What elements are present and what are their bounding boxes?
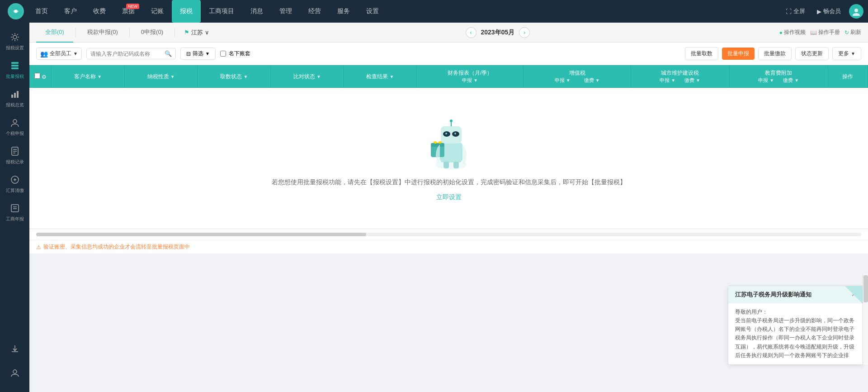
filter-chevron-icon: ▼ bbox=[205, 51, 210, 56]
tab-all[interactable]: 全部(0) bbox=[36, 23, 73, 43]
sidebar: 报税设置 批量报税 报税总览 个税申报 报税记录 汇算清缴 工商年报 bbox=[0, 23, 29, 392]
nav-service[interactable]: 服务 bbox=[329, 0, 358, 23]
refresh-btn[interactable]: ↻ 刷新 bbox=[844, 29, 861, 36]
member-icon: ▶ bbox=[817, 8, 821, 15]
batch-declare-btn[interactable]: 批量申报 bbox=[722, 48, 755, 60]
tab-tax-declare[interactable]: 税款申报(0) bbox=[78, 23, 127, 43]
employee-select[interactable]: 👥 全部员工 ▼ bbox=[36, 48, 82, 60]
nav-settings[interactable]: 设置 bbox=[358, 0, 387, 23]
right-scrollbar-thumb bbox=[863, 275, 868, 302]
search-input-wrapper: 🔍 bbox=[86, 48, 176, 59]
tax-record-icon bbox=[9, 146, 20, 157]
check-result-header: 检查结果 ▼ bbox=[344, 66, 417, 88]
region-selector[interactable]: ⚑ 江苏 ∨ bbox=[177, 29, 216, 37]
operation-header: 操作 bbox=[828, 66, 868, 88]
region-flag-icon: ⚑ bbox=[184, 29, 189, 36]
svg-rect-8 bbox=[14, 93, 16, 98]
city-tax-header: 城市维护建设税申报 ▼缴费 ▼ bbox=[631, 66, 729, 88]
tabs-right-actions: ● 操作视频 📖 操作手册 ↻ 刷新 bbox=[779, 29, 861, 36]
avatar[interactable] bbox=[849, 4, 863, 19]
nav-bookkeeping[interactable]: 记账 bbox=[143, 0, 172, 23]
filter-icon-fetch[interactable]: ▼ bbox=[243, 74, 248, 79]
empty-main-text: 若您想使用批量报税功能，请先在【报税设置】中进行报税的初始化设置，完成密码验证和… bbox=[272, 178, 626, 186]
more-chevron-icon: ▼ bbox=[851, 51, 855, 56]
filter-btn[interactable]: ⊟ 筛选 ▼ bbox=[180, 48, 216, 60]
nav-operations[interactable]: 经营 bbox=[300, 0, 329, 23]
nav-tax[interactable]: 报税 bbox=[172, 0, 201, 23]
sidebar-item-batch-tax[interactable]: 批量报税 bbox=[0, 56, 29, 84]
month-navigation: ‹ 2023年05月 › bbox=[466, 27, 530, 38]
tab-zero-declare[interactable]: 0申报(0) bbox=[132, 23, 172, 43]
employee-icon: 👥 bbox=[40, 50, 48, 57]
nav-billing[interactable]: 收费 bbox=[85, 0, 114, 23]
select-all-checkbox[interactable] bbox=[34, 73, 40, 79]
fullscreen-btn[interactable]: ⛶ 全屏 bbox=[782, 7, 809, 15]
bottom-scrollbar[interactable] bbox=[29, 229, 868, 240]
account-icon bbox=[9, 368, 20, 378]
top-navigation: 首页 客户 收费 票据 NEW 记账 报税 工商项目 消息 管理 经营 服务 设… bbox=[0, 0, 868, 23]
search-icon[interactable]: 🔍 bbox=[165, 50, 172, 57]
more-btn[interactable]: 更多 ▼ bbox=[832, 47, 861, 60]
operation-video-btn[interactable]: ● 操作视频 bbox=[779, 29, 806, 36]
sidebar-item-personal-tax[interactable]: 个税申报 bbox=[0, 113, 29, 141]
svg-rect-30 bbox=[431, 143, 444, 147]
dropdown-chevron-icon: ▼ bbox=[73, 51, 78, 56]
toolbar: 👥 全部员工 ▼ 🔍 ⊟ 筛选 ▼ 名下账套 批量取数 批量申报 批量缴款 状态… bbox=[29, 43, 868, 65]
status-update-btn[interactable]: 状态更新 bbox=[795, 47, 829, 60]
svg-point-2 bbox=[854, 9, 858, 12]
checkbox-column-header: ⚙ bbox=[30, 66, 52, 88]
sidebar-account[interactable] bbox=[0, 363, 29, 383]
next-month-btn[interactable]: › bbox=[519, 27, 530, 38]
batch-fetch-btn[interactable]: 批量取数 bbox=[685, 47, 718, 60]
sidebar-item-settlement[interactable]: 汇算清缴 bbox=[0, 170, 29, 198]
robot-illustration bbox=[422, 115, 476, 169]
filter-icon-nature[interactable]: ▼ bbox=[170, 74, 175, 79]
sidebar-download[interactable] bbox=[0, 339, 29, 359]
nav-message[interactable]: 消息 bbox=[242, 0, 271, 23]
personal-tax-icon bbox=[9, 117, 20, 128]
svg-rect-31 bbox=[443, 162, 449, 168]
checkbox-label-account[interactable]: 名下账套 bbox=[220, 50, 250, 57]
notification-header: 江苏电子税务局升级影响通知 ✕ bbox=[728, 286, 863, 303]
search-input[interactable] bbox=[90, 51, 163, 57]
sidebar-item-annual-report[interactable]: 工商年报 bbox=[0, 198, 29, 227]
sidebar-item-tax-record[interactable]: 报税记录 bbox=[0, 141, 29, 170]
refresh-icon: ↻ bbox=[844, 29, 849, 36]
notification-panel: 江苏电子税务局升级影响通知 ✕ 尊敬的用户： 受当前电子税务局进一步升级的影响，… bbox=[728, 286, 863, 365]
nav-items: 首页 客户 收费 票据 NEW 记账 报税 工商项目 消息 管理 经营 服务 设… bbox=[27, 0, 782, 23]
nav-invoice[interactable]: 票据 NEW bbox=[114, 0, 143, 23]
filter-icon-check[interactable]: ▼ bbox=[389, 74, 394, 79]
setup-link[interactable]: 立即设置 bbox=[436, 193, 462, 201]
filter-icon-financial[interactable]: ▼ bbox=[473, 78, 478, 83]
svg-rect-7 bbox=[11, 95, 13, 98]
sidebar-item-tax-overview[interactable]: 报税总览 bbox=[0, 84, 29, 113]
customer-name-header: 客户名称 ▼ bbox=[52, 66, 125, 88]
new-badge: NEW bbox=[126, 4, 139, 9]
account-checkbox[interactable] bbox=[220, 51, 226, 57]
notification-text: 尊敬的用户： 受当前电子税务局进一步升级的影响，同一个政务网账号（办税人）名下的… bbox=[735, 308, 856, 360]
nav-manage[interactable]: 管理 bbox=[271, 0, 300, 23]
data-table-container: ⚙ 客户名称 ▼ 纳税性质 ▼ 取数状态 ▼ 比对状态 ▼ 检查结果 ▼ 财务报… bbox=[29, 65, 868, 229]
filter-icon: ⊟ bbox=[186, 51, 191, 57]
nav-commerce[interactable]: 工商项目 bbox=[201, 0, 242, 23]
sidebar-bottom bbox=[0, 339, 29, 383]
empty-state: 若您想使用批量报税功能，请先在【报税设置】中进行报税的初始化设置，完成密码验证和… bbox=[29, 88, 868, 229]
nav-customer[interactable]: 客户 bbox=[56, 0, 85, 23]
tax-nature-header: 纳税性质 ▼ bbox=[124, 66, 198, 88]
member-btn[interactable]: ▶ 畅会员 bbox=[813, 7, 844, 15]
batch-pay-btn[interactable]: 批量缴款 bbox=[758, 47, 792, 60]
download-icon bbox=[9, 343, 20, 354]
logo[interactable] bbox=[5, 0, 27, 23]
svg-rect-9 bbox=[17, 91, 19, 98]
annual-report-icon bbox=[9, 203, 20, 214]
filter-icon-compare[interactable]: ▼ bbox=[316, 74, 321, 79]
filter-icon-customer[interactable]: ▼ bbox=[97, 74, 102, 79]
prev-month-btn[interactable]: ‹ bbox=[466, 27, 476, 38]
sidebar-item-tax-settings[interactable]: 报税设置 bbox=[0, 27, 29, 56]
batch-tax-icon bbox=[9, 60, 20, 71]
right-scrollbar-track[interactable] bbox=[863, 274, 868, 365]
settings-icon[interactable]: ⚙ bbox=[42, 74, 47, 80]
operation-manual-btn[interactable]: 📖 操作手册 bbox=[810, 29, 840, 36]
video-icon: ● bbox=[779, 29, 783, 36]
nav-home[interactable]: 首页 bbox=[27, 0, 56, 23]
